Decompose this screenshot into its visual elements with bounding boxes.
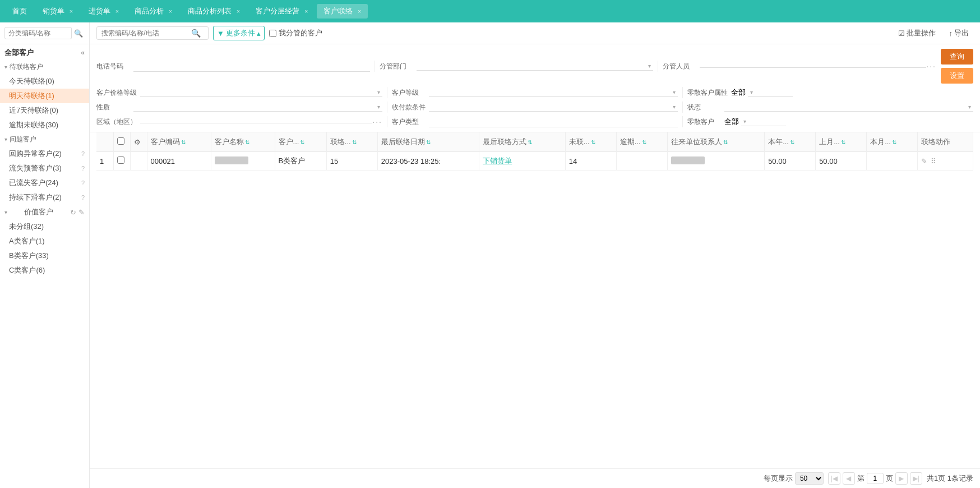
sidebar-item-class-a[interactable]: A类客户(1) [0,234,89,248]
col-customer-type[interactable]: 客户...⇅ [275,132,326,152]
nature-arrow-icon: ▾ [377,104,380,110]
batch-operation-btn[interactable]: ☑ 批量操作 [894,26,940,40]
nav-product-analysis-list[interactable]: 商品分析列表 × [181,4,247,19]
nav-home[interactable]: 首页 [6,4,34,19]
page-size-label: 每页显示 [764,473,793,484]
all-customers-label[interactable]: 全部客户 [4,48,34,58]
divider-7 [387,116,387,127]
sidebar-item-overdue[interactable]: 逾期未联络(30) [0,118,89,132]
sidebar-item-class-b[interactable]: B类客户(33) [0,248,89,263]
next-page-btn[interactable]: ▶ [895,472,908,485]
filter-dept-select[interactable]: ▾ [417,62,653,71]
col-code[interactable]: 客户编码⇅ [147,132,211,152]
page-number-input[interactable] [867,473,884,484]
region-ellipsis-btn[interactable]: ··· [372,117,382,126]
pagination: |◀ ◀ 第 页 ▶ ▶| [828,472,922,485]
sidebar-item-declining[interactable]: 持续下滑客户(2) ? [0,190,89,205]
nav-purchase-order[interactable]: 进货单 × [82,4,126,19]
filter-customer-tier-select[interactable]: ▾ [429,88,678,97]
sidebar-search-input[interactable] [4,27,72,39]
filter-manager-input[interactable] [700,65,926,68]
filter-status-select[interactable]: ▾ [724,103,973,112]
group-value-customers[interactable]: 价值客户 ↻ ✎ [0,205,89,219]
sidebar-item-class-c[interactable]: C类客户(6) [0,263,89,278]
filter-nature-select[interactable]: ▾ [133,103,382,112]
nav-customer-contact[interactable]: 客户联络 × [317,4,368,19]
group-problem-customers[interactable]: 问题客户 [0,132,89,146]
page-size-select[interactable]: 10 20 50 100 [795,472,824,485]
filter-region-input[interactable] [140,121,372,123]
cell-settings [130,152,147,171]
filter-price-tier-select[interactable]: ▾ [140,88,382,97]
filter-customer-type-input[interactable] [429,117,678,127]
col-index [96,132,113,152]
close-purchase-order[interactable]: × [115,8,119,15]
sort-year-icon: ⇅ [790,139,794,145]
col-contacts[interactable]: 往来单位联系人⇅ [667,132,764,152]
col-settings[interactable]: ⚙ [130,132,147,152]
edit-icon[interactable]: ✎ [78,208,85,217]
filter-retail-customer-select[interactable]: ▾ [741,117,786,126]
sidebar-item-declining-label: 持续下滑客户(2) [9,192,81,202]
divider-1 [375,61,375,72]
my-customers-checkbox[interactable] [269,30,276,37]
dept-arrow-icon: ▾ [648,63,651,69]
customer-tier-arrow-icon: ▾ [673,89,676,95]
sidebar-item-ungrouped[interactable]: 未分组(32) [0,219,89,234]
prev-page-btn[interactable]: ◀ [843,472,855,485]
row-checkbox[interactable] [117,156,124,164]
first-page-btn[interactable]: |◀ [828,472,840,485]
sidebar-item-today[interactable]: 今天待联络(0) [0,74,89,89]
close-product-analysis-list[interactable]: × [237,8,240,15]
set-btn[interactable]: 设置 [941,68,973,84]
filter-retail-customer: 零散客户 全部 ▾ [687,117,973,127]
search-input[interactable] [101,29,191,37]
close-product-analysis[interactable]: × [169,8,172,15]
sidebar-search-icon[interactable]: 🔍 [74,29,83,38]
close-sales-order[interactable]: × [70,8,73,15]
nav-sales-order[interactable]: 销货单 × [36,4,80,19]
page-text: 第 [857,473,865,484]
sidebar-collapse-icon[interactable]: « [81,49,85,57]
col-overdue[interactable]: 逾期...⇅ [616,132,667,152]
col-last-method[interactable]: 最后联络方式⇅ [479,132,566,152]
col-contact-count[interactable]: 联络...⇅ [326,132,377,152]
nav-product-analysis[interactable]: 商品分析 × [128,4,179,19]
col-this-month[interactable]: 本月...⇅ [867,132,918,152]
info-icon-3: ? [81,179,85,186]
col-un-contact[interactable]: 未联...⇅ [565,132,616,152]
col-name[interactable]: 客户名称⇅ [211,132,275,152]
value-customers-label: 价值客户 [24,207,53,217]
last-method-link[interactable]: 下销货单 [483,156,512,165]
manager-ellipsis-btn[interactable]: ··· [926,62,936,71]
filter-retail-attr-select[interactable]: ▾ [748,88,793,97]
sidebar-item-7days[interactable]: 近7天待联络(0) [0,103,89,118]
group-pending-contact[interactable]: 待联络客户 [0,60,89,74]
sidebar-item-repurchase-anomaly[interactable]: 回购异常客户(2) ? [0,146,89,161]
more-filters-btn[interactable]: ▼ 更多条件 ▴ [213,26,265,40]
select-all-checkbox[interactable] [117,137,124,145]
query-btn[interactable]: 查询 [941,49,973,65]
filter-phone-input[interactable] [133,61,370,72]
sidebar-item-tomorrow[interactable]: 明天待联络(1) [0,89,89,103]
search-icon[interactable]: 🔍 [191,29,201,38]
action-edit-icon[interactable]: ✎ [921,157,927,165]
cell-code: 000021 [147,152,211,171]
col-this-year[interactable]: 本年...⇅ [765,132,816,152]
filter-actions: 查询 设置 [941,49,973,84]
my-customers-checkbox-label[interactable]: 我分管的客户 [269,28,322,38]
close-customer-contact[interactable]: × [358,8,361,15]
nav-customer-tier[interactable]: 客户分层经营 × [249,4,315,19]
sidebar-item-tomorrow-label: 明天待联络(1) [9,91,85,101]
col-last-month[interactable]: 上月...⇅ [816,132,867,152]
filter-payment-terms-select[interactable]: ▾ [429,103,678,112]
main-layout: 🔍 全部客户 « 待联络客户 今天待联络(0) 明天待联络(1) 近7天待联络(… [0,22,980,488]
col-last-date[interactable]: 最后联络日期⇅ [377,132,479,152]
export-btn[interactable]: ↑ 导出 [945,26,974,40]
sidebar-item-churn-warning[interactable]: 流失预警客户(3) ? [0,161,89,176]
last-page-btn[interactable]: ▶| [910,472,922,485]
action-more-icon[interactable]: ⠿ [931,157,936,165]
sidebar-item-churned[interactable]: 已流失客户(24) ? [0,176,89,190]
close-customer-tier[interactable]: × [304,8,308,15]
refresh-icon[interactable]: ↻ [70,208,76,217]
